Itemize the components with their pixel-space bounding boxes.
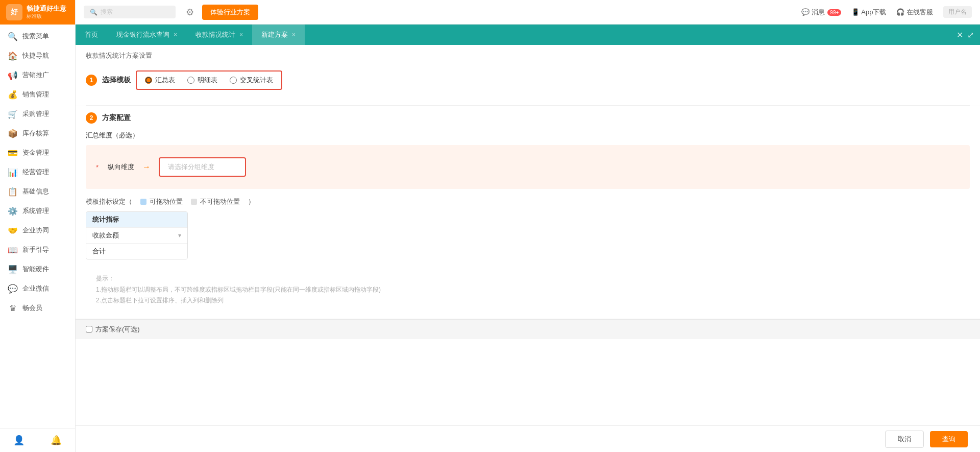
download-icon: 📱 [851,8,860,16]
sidebar-item-label: 基础信息 [22,187,49,196]
sidebar-item-finance[interactable]: 💳 资金管理 [0,143,75,162]
section2-header: 2 方案配置 [86,112,970,124]
sidebar-item-sales[interactable]: 💰 销售管理 [0,85,75,104]
purchase-icon: 🛒 [8,109,17,118]
sidebar-item-nav[interactable]: 🏠 快捷导航 [0,46,75,65]
sidebar-item-guide[interactable]: 📖 新手引导 [0,240,75,259]
member-icon: ♛ [8,303,17,313]
section-config: 2 方案配置 汇总维度（必选） * 纵向维度 → 请选择分组维度 [76,106,980,319]
inventory-icon: 📦 [8,129,17,138]
legend-fixed: 不可拖动位置 [191,197,240,206]
section-template: 1 选择模板 汇总表 明细表 交叉统计表 [76,64,980,105]
cancel-button[interactable]: 取消 [885,431,924,448]
collab-icon: 🤝 [8,226,17,235]
sidebar-item-member[interactable]: ♛ 畅会员 [0,298,75,318]
tab-newplan[interactable]: 新建方案 × [252,25,305,45]
movable-legend-label: 可拖动位置 [150,197,183,206]
dimension-subsection-title: 汇总维度（必选） [86,131,970,140]
required-star: * [96,163,99,171]
sidebar-item-collab[interactable]: 🤝 企业协同 [0,221,75,240]
tip-title: 提示： [96,273,960,284]
metrics-row-shoukuan[interactable]: 收款金额 ▾ [86,227,187,243]
sidebar-bottom-icon2[interactable]: 🔔 [51,435,62,446]
radio-detail-input[interactable] [187,77,194,84]
topbar-right: 💬 消息 99+ 📱 App下载 🎧 在线客服 用户名 [801,6,972,18]
radio-cross[interactable]: 交叉统计表 [230,76,273,85]
logo-text: 畅捷通好生意 [27,5,66,13]
sidebar-item-operations[interactable]: 📊 经营管理 [0,162,75,182]
sidebar-item-label: 采购管理 [22,109,49,118]
save-option-checkbox[interactable] [86,326,92,332]
movable-legend-dot [140,199,146,205]
tab-newplan-label: 新建方案 [261,30,288,39]
section1-title: 选择模板 [102,76,131,85]
save-option-label[interactable]: 方案保存(可选) [86,325,140,334]
sidebar-item-label: 经营管理 [22,168,49,177]
hardware-icon: 🖥️ [8,265,17,274]
sidebar-item-label: 企业微信 [22,284,49,293]
service-item[interactable]: 🎧 在线客服 [896,8,933,17]
notice-item[interactable]: 💬 消息 99+ [801,8,841,17]
main: 🔍 搜索 ⚙ 体验行业方案 💬 消息 99+ 📱 App下载 🎧 在线客服 用户… [76,0,980,452]
tabbar: 首页 现金银行流水查询 × 收款情况统计 × 新建方案 × ✕ ⤢ [76,25,980,45]
dimension-area: * 纵向维度 → 请选择分组维度 [86,145,970,189]
sidebar-item-hardware[interactable]: 🖥️ 智能硬件 [0,259,75,279]
sidebar-nav: 🔍 搜索菜单 🏠 快捷导航 📢 营销推广 💰 销售管理 🛒 采购管理 📦 库存核… [0,25,75,428]
radio-detail-label: 明细表 [198,76,217,85]
dimension-select[interactable]: 请选择分组维度 [159,157,246,177]
tab-newplan-close[interactable]: × [292,31,296,38]
metrics-shoukuan-label: 收款金额 [92,231,119,240]
tab-collection-close[interactable]: × [239,31,243,38]
fixed-legend-dot [191,199,197,205]
sidebar-item-marketing[interactable]: 📢 营销推广 [0,65,75,85]
metrics-header-label: 模板指标设定（ [86,197,132,206]
metrics-shoukuan-chevron[interactable]: ▾ [178,232,181,239]
radio-detail[interactable]: 明细表 [187,76,217,85]
expand-window-icon[interactable]: ⤢ [967,30,974,40]
sidebar-item-basic[interactable]: 📋 基础信息 [0,182,75,201]
tab-home[interactable]: 首页 [76,25,107,45]
sidebar-bottom-icon1[interactable]: 👤 [13,435,24,446]
trial-button[interactable]: 体验行业方案 [202,5,258,20]
sidebar-item-label: 企业协同 [22,226,49,235]
query-button[interactable]: 查询 [930,431,968,447]
dimension-placeholder: 请选择分组维度 [168,163,214,171]
user-info[interactable]: 用户名 [943,6,972,18]
bottom-bar: 取消 查询 [76,425,980,452]
metrics-header: 模板指标设定（ 可拖动位置 不可拖动位置 ） [86,197,970,206]
tab-collection[interactable]: 收款情况统计 × [186,25,252,45]
radio-summary-label: 汇总表 [155,76,175,85]
dimension-arrow-icon: → [142,162,151,172]
metrics-total: 合计 [86,243,187,259]
legend-movable: 可拖动位置 [140,197,183,206]
sales-icon: 💰 [8,90,17,99]
logo-icon: 好 [6,4,22,20]
sidebar-item-system[interactable]: ⚙️ 系统管理 [0,201,75,221]
sidebar-item-wechat[interactable]: 💬 企业微信 [0,279,75,298]
dimension-vertical-label: 纵向维度 [108,162,134,172]
close-window-icon[interactable]: ✕ [957,30,963,40]
sidebar-item-search[interactable]: 🔍 搜索菜单 [0,27,75,46]
sidebar-item-label: 资金管理 [22,148,49,157]
gear-icon[interactable]: ⚙ [186,7,194,18]
search-placeholder: 搜索 [101,8,113,16]
radio-cross-input[interactable] [230,77,237,84]
search-icon: 🔍 [8,32,17,41]
radio-summary[interactable]: 汇总表 [145,76,175,85]
sidebar-item-purchase[interactable]: 🛒 采购管理 [0,104,75,124]
sidebar-item-inventory[interactable]: 📦 库存核算 [0,124,75,143]
basic-icon: 📋 [8,187,17,196]
tab-cashflow[interactable]: 现金银行流水查询 × [107,25,186,45]
sidebar-bottom: 👤 🔔 [0,428,75,452]
download-item[interactable]: 📱 App下载 [851,8,886,17]
radio-summary-input[interactable] [145,77,152,84]
section1-number: 1 [86,75,97,86]
marketing-icon: 📢 [8,70,17,80]
topbar-search-box[interactable]: 🔍 搜索 [84,6,176,18]
topbar: 🔍 搜索 ⚙ 体验行业方案 💬 消息 99+ 📱 App下载 🎧 在线客服 用户… [76,0,980,25]
sidebar-item-label: 快捷导航 [22,51,49,60]
wechat-icon: 💬 [8,284,17,293]
sidebar-item-label: 系统管理 [22,206,49,216]
service-icon: 🎧 [896,8,904,16]
tab-cashflow-close[interactable]: × [174,31,177,38]
